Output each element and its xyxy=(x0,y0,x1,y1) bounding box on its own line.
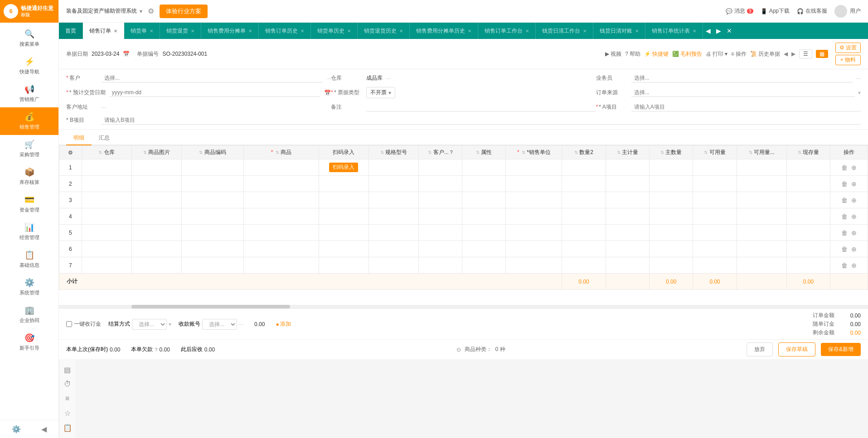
customer-input[interactable] xyxy=(102,74,323,82)
current-order-help-icon[interactable]: ? xyxy=(155,347,157,352)
customer-field-help-icon[interactable]: ? xyxy=(450,150,453,155)
col-product[interactable]: ⇅ 商品 xyxy=(244,146,319,159)
tab-close-expense-split[interactable]: ✕ xyxy=(248,29,252,34)
order-source-dropdown-icon[interactable]: ▾ xyxy=(858,90,861,96)
receipt-account-select[interactable]: 选择... xyxy=(202,319,237,330)
row-1-scan-input[interactable]: 扫码录入 xyxy=(319,159,369,176)
tab-home[interactable]: 首页 xyxy=(59,23,83,39)
sidebar-item-guide[interactable]: 🎯 新手引导 xyxy=(0,328,58,356)
help-action[interactable]: ? 帮助 xyxy=(625,50,640,58)
tab-sales-expense-split[interactable]: 销售费用分摊单 ✕ xyxy=(201,23,259,39)
col-sales-unit[interactable]: ⇅ *销售单位 xyxy=(506,146,562,159)
col-scan-input[interactable]: 扫码录入 xyxy=(319,146,369,159)
add-payment-btn[interactable]: ● 添加 xyxy=(276,320,291,328)
tab-sales-order-history[interactable]: 销售订单历史 ✕ xyxy=(259,23,311,39)
sidebar-item-purchase[interactable]: 🛒 采购管理 xyxy=(0,135,58,163)
copy-icon-1[interactable]: ⊕ xyxy=(851,164,857,171)
industry-btn[interactable]: 体验行业方案 xyxy=(160,5,208,18)
sidebar-item-marketing[interactable]: 📢 营销推广 xyxy=(0,80,58,107)
sidebar-item-enterprise[interactable]: 🏢 企业协同 xyxy=(0,301,58,328)
float-btn-5[interactable]: 📋 xyxy=(61,421,74,434)
tab-sales-workbench[interactable]: 销售订单工作台 ✕ xyxy=(478,23,536,39)
one-click-deposit-checkbox[interactable]: 一键收订金 xyxy=(66,320,101,328)
remarks-input[interactable] xyxy=(366,103,596,111)
message-btn[interactable]: 💬 消息 9 xyxy=(726,7,753,15)
row-1-product-code[interactable] xyxy=(181,159,244,176)
copy-icon-3[interactable]: ⊕ xyxy=(851,197,857,204)
address-more-icon[interactable]: ··· xyxy=(102,104,106,111)
print-action[interactable]: 🖨 打印 ▾ xyxy=(706,50,727,58)
delete-icon-5[interactable]: 🗑 xyxy=(841,229,848,236)
col-quantity2[interactable]: ⇅ 数量2 xyxy=(562,146,606,159)
tab-detail[interactable]: 明细 xyxy=(66,131,92,145)
sidebar-item-quick-nav[interactable]: ⚡ 快捷导航 xyxy=(0,52,58,80)
discard-btn[interactable]: 放弃 xyxy=(747,342,773,356)
save-new-btn[interactable]: 保存&新增 xyxy=(821,343,861,356)
tab-close-sales-return[interactable]: ✕ xyxy=(191,29,194,34)
float-btn-2[interactable]: ⏱ xyxy=(61,377,74,391)
operate-action[interactable]: ≡ 操作 xyxy=(731,50,747,58)
system-title-dropdown-icon[interactable]: ▾ xyxy=(140,8,142,14)
col-settings[interactable]: ⚙ xyxy=(59,146,82,159)
toggle-view-btn[interactable]: ▦ xyxy=(816,50,828,58)
tab-sales-return[interactable]: 销货退货 ✕ xyxy=(160,23,201,39)
invoice-type-select[interactable]: 不开票 ▾ xyxy=(366,87,395,98)
sidebar-item-finance[interactable]: 💳 资金管理 xyxy=(0,190,58,218)
row-1-quantity2[interactable] xyxy=(562,159,606,176)
sidebar-collapse-btn[interactable]: ◀ xyxy=(41,425,47,433)
float-btn-3[interactable]: ≡ xyxy=(61,392,74,405)
payment-method-select[interactable]: 选择... xyxy=(132,319,167,330)
tab-receivable-reconcile[interactable]: 钱货日清对账 ✕ xyxy=(593,23,645,39)
tab-sales-list-history[interactable]: 销货单历史 ✕ xyxy=(311,23,358,39)
profit-action[interactable]: 💹 毛利预告 xyxy=(672,50,702,58)
tab-close-sales-list[interactable]: ✕ xyxy=(150,29,153,34)
copy-icon-7[interactable]: ⊕ xyxy=(851,262,857,269)
view-action[interactable]: ▶ 视频 xyxy=(605,50,621,58)
row-1-current-stock[interactable] xyxy=(786,159,830,176)
row-1-available-more[interactable] xyxy=(737,159,786,176)
col-main-unit[interactable]: ⇅ 主计量 xyxy=(606,146,649,159)
row-1-attribute[interactable] xyxy=(462,159,506,176)
receipt-more-icon[interactable]: ··· xyxy=(239,321,243,327)
delete-icon-6[interactable]: 🗑 xyxy=(841,245,848,253)
sidebar-item-operations[interactable]: 📊 经营管理 xyxy=(0,218,58,245)
sidebar-settings-btn[interactable]: ⚙️ xyxy=(12,425,21,433)
deposit-checkbox[interactable] xyxy=(66,321,72,327)
tab-sales-return-history[interactable]: 销货退货历史 ✕ xyxy=(358,23,410,39)
tab-close-order-history[interactable]: ✕ xyxy=(301,29,304,34)
grid-view-btn[interactable]: ☰ xyxy=(799,49,812,58)
online-service-btn[interactable]: 🎧 在线客服 xyxy=(797,7,827,15)
sidebar-item-search[interactable]: 🔍 搜索菜单 xyxy=(0,24,58,52)
row-1-main-unit[interactable] xyxy=(606,159,649,176)
tab-close-expense-history[interactable]: ✕ xyxy=(468,29,471,34)
tab-sales-stats[interactable]: 销售订单统计表 ✕ xyxy=(645,23,703,39)
tab-close-list-history[interactable]: ✕ xyxy=(347,29,351,34)
tab-sales-order[interactable]: 销售订单 ✕ xyxy=(83,23,124,39)
col-current-stock[interactable]: ⇅ 现存量 xyxy=(786,146,830,159)
calendar-icon[interactable]: 📅 xyxy=(123,51,130,57)
tab-close-sales-order[interactable]: ✕ xyxy=(114,29,117,34)
float-btn-4[interactable]: ☆ xyxy=(61,406,74,420)
system-settings-icon[interactable]: ⚙ xyxy=(148,7,154,15)
delete-icon-1[interactable]: 🗑 xyxy=(841,164,848,171)
tab-close-return-history[interactable]: ✕ xyxy=(399,29,403,34)
row-1-product-image[interactable] xyxy=(131,159,181,176)
col-main-quantity[interactable]: ⇅ 主数量 xyxy=(650,146,693,159)
tab-more-btn[interactable]: ✕ xyxy=(724,23,735,39)
copy-icon-5[interactable]: ⊕ xyxy=(851,229,857,236)
order-source-input[interactable] xyxy=(631,88,854,97)
tab-sales-expense-history[interactable]: 销售费用分摊单历史 ✕ xyxy=(410,23,478,39)
scrollbar-thumb[interactable] xyxy=(131,305,290,308)
tab-next-btn[interactable]: ▶ xyxy=(713,23,724,39)
warehouse-more-icon[interactable]: ··· xyxy=(386,75,391,82)
row-1-product[interactable] xyxy=(244,159,319,176)
shortcut-action[interactable]: ⚡ 快捷键 xyxy=(644,50,669,58)
delete-icon-2[interactable]: 🗑 xyxy=(841,180,848,188)
customer-more-icon[interactable]: ··· xyxy=(326,75,331,82)
nav-next-icon[interactable]: ▶ xyxy=(791,51,795,57)
row-1-main-quantity[interactable] xyxy=(650,159,693,176)
row-1-spec[interactable] xyxy=(369,159,418,176)
material-btn[interactable]: + 物料 xyxy=(835,55,861,65)
history-action[interactable]: 📜 历史单据 xyxy=(750,50,780,58)
sidebar-item-basic-info[interactable]: 📋 基础信息 xyxy=(0,245,58,273)
